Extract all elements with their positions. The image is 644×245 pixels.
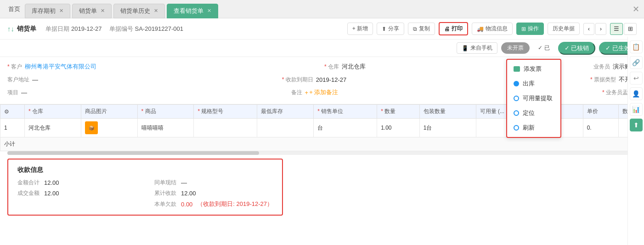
customer-label: 客户: [7, 63, 22, 71]
window-close-button[interactable]: ✕: [633, 4, 639, 14]
sidebar-icon-4[interactable]: 👤: [630, 87, 643, 100]
date-value: 2019-12-27: [71, 25, 102, 32]
dropdown-add-invoice[interactable]: 添发票: [507, 62, 560, 76]
sidebar-icon-1[interactable]: 📋: [630, 40, 643, 53]
secondary-bar: 📱 来自手机 未开票 ✓ 已 ✓ 已核销 ✓ 已生效: [0, 40, 644, 57]
close-sales-tab[interactable]: ✕: [101, 8, 105, 14]
address-field: 客户地址 —: [7, 76, 38, 84]
total-row: 金额合计 12.00: [17, 179, 136, 187]
copy-icon: ⧉: [413, 26, 417, 32]
note-label: 备注: [291, 89, 302, 97]
deal-row: 成交金额 12.00: [17, 189, 136, 197]
tab-sales-history[interactable]: 销货单历史 ✕: [113, 4, 165, 18]
prev-arrow[interactable]: ‹: [583, 23, 594, 35]
project-value: —: [21, 89, 27, 96]
row-price: 0.: [583, 119, 618, 137]
same-order-row: 同单现结 —: [154, 179, 273, 187]
project-label: 项目: [7, 89, 18, 97]
tab-home[interactable]: 首页: [4, 5, 25, 13]
same-order-label: 同单现结: [154, 179, 176, 187]
phone-icon: 📱: [462, 45, 469, 51]
dropdown-locate[interactable]: 定位: [507, 106, 560, 120]
col-img: 商品图片: [81, 105, 137, 119]
dropdown-refresh[interactable]: 刷新: [507, 120, 560, 135]
subtotal-label: 小计: [0, 137, 644, 151]
sidebar-icon-3[interactable]: ↩: [630, 72, 643, 85]
address-label: 客户地址: [7, 76, 29, 84]
doc-header: ↑↓ 销货单 单据日期 2019-12-27 单据编号 SA-20191227-…: [0, 18, 644, 40]
copy-button[interactable]: ⧉ 复制: [408, 23, 435, 35]
next-arrow[interactable]: ›: [595, 23, 606, 35]
due-label: 本单欠款: [154, 200, 176, 208]
payment-title: 收款信息: [17, 166, 273, 174]
close-inventory-tab[interactable]: ✕: [59, 8, 63, 14]
customer-field: 客户 柳州粤港平安气体有限公司: [7, 63, 96, 71]
operate-button[interactable]: ⊞ 操作: [516, 23, 544, 35]
col-price: 单价: [583, 105, 618, 119]
not-open-button[interactable]: 未开票: [501, 42, 530, 54]
close-history-tab[interactable]: ✕: [154, 8, 158, 14]
sidebar-icon-5[interactable]: 📊: [630, 103, 643, 116]
due-row: 本单欠款 0.00 （收款到期日: 2019-12-27）: [154, 200, 273, 208]
refresh-icon: [514, 125, 519, 131]
dropdown-menu: 添发票 出库 可用量提取 定位 刷新: [506, 59, 561, 138]
warehouse-label: 仓库: [324, 63, 339, 71]
row-pkg-qty: 1台: [419, 119, 476, 137]
checked-button[interactable]: ✓ 已核销: [558, 42, 596, 55]
col-spec: 规格型号: [194, 105, 257, 119]
col-product: 商品: [137, 105, 194, 119]
tab-sales-order[interactable]: 销货单 ✕: [72, 4, 112, 18]
grid-view-button[interactable]: ⊞: [624, 23, 637, 35]
col-settings[interactable]: ⚙: [0, 105, 25, 119]
no-label: 单据编号: [109, 25, 133, 33]
dropdown-available-qty[interactable]: 可用量提取: [507, 91, 560, 106]
ticket-label: 票据类型: [590, 76, 616, 84]
tab-bar: 首页 库存期初 ✕ 销货单 ✕ 销货单历史 ✕ 查看销货单 ✕ ✕: [0, 0, 644, 18]
main-content: ↑↓ 销货单 单据日期 2019-12-27 单据编号 SA-20191227-…: [0, 18, 644, 245]
tab-inventory-init[interactable]: 库存期初 ✕: [25, 4, 70, 18]
view-toggle: ☰ ⊞: [610, 23, 637, 35]
cumulative-label: 累计收款: [154, 189, 176, 197]
dropdown-outbound[interactable]: 出库: [507, 76, 560, 91]
add-invoice-icon: [514, 66, 520, 72]
cumulative-row: 累计收款 12.00: [154, 189, 273, 197]
due-value: 0.00: [181, 201, 192, 208]
deal-label: 成交金额: [17, 189, 40, 197]
address-value: —: [32, 76, 38, 83]
doc-actions: + 新增 ⬆ 分享 ⧉ 复制 🖨 打印 🚚 物流信息: [347, 22, 637, 35]
cumulative-value: 12.00: [181, 190, 196, 197]
history-button[interactable]: 历史单据: [548, 23, 580, 35]
add-note-button[interactable]: + + 添加备注: [305, 88, 339, 97]
col-min-stock: 最低库存: [257, 105, 314, 119]
scroll-bar[interactable]: [7, 151, 637, 155]
tab-view-sales[interactable]: 查看销货单 ✕: [167, 4, 218, 18]
payment-date-label: 收款到期日: [282, 76, 313, 84]
check-icon-btn[interactable]: ✓ 已: [533, 43, 554, 53]
col-qty: 数量: [377, 105, 420, 119]
share-button[interactable]: ⬆ 分享: [377, 23, 404, 35]
plus-icon: +: [305, 89, 309, 96]
row-img: 📦: [81, 119, 137, 137]
product-image: 📦: [85, 121, 98, 134]
new-button[interactable]: + 新增: [347, 23, 373, 35]
warehouse-field: 仓库 河北仓库: [324, 63, 366, 71]
row-qty: 1.00: [377, 119, 420, 137]
list-view-button[interactable]: ☰: [610, 23, 623, 35]
doc-icon: ↑↓: [7, 25, 14, 33]
row-warehouse: 河北仓库: [24, 119, 81, 137]
scroll-thumb: [7, 151, 259, 155]
total-value: 12.00: [44, 179, 59, 186]
share-icon: ⬆: [382, 26, 386, 32]
from-phone-button[interactable]: 📱 来自手机: [457, 42, 497, 54]
sidebar-icon-expand[interactable]: ⬆: [630, 119, 643, 131]
row-spec: [194, 119, 257, 137]
customer-value[interactable]: 柳州粤港平安气体有限公司: [25, 63, 96, 71]
col-unit: 销售单位: [314, 105, 377, 119]
print-button[interactable]: 🖨 打印: [439, 22, 468, 35]
print-icon: 🖨: [444, 26, 450, 32]
logistics-button[interactable]: 🚚 物流信息: [472, 23, 513, 35]
locate-icon: [514, 110, 519, 116]
sidebar-icon-2[interactable]: 🔗: [630, 56, 643, 69]
payment-date-value: 2019-12-27: [316, 76, 347, 83]
close-view-sales-tab[interactable]: ✕: [207, 8, 211, 14]
